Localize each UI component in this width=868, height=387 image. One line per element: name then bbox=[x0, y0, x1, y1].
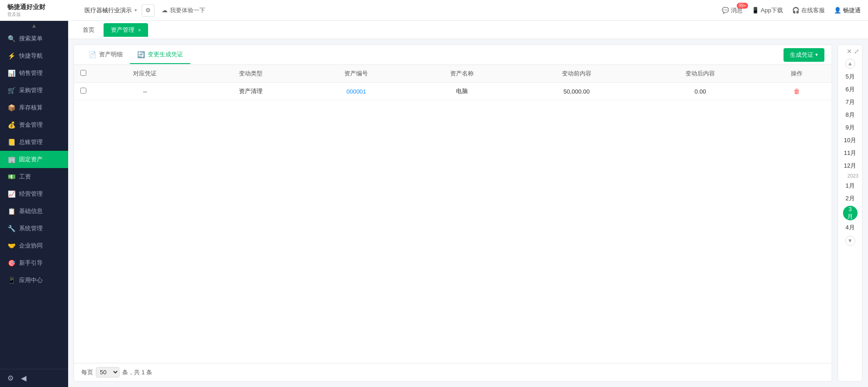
messages-item[interactable]: 💬 消息 99+ bbox=[722, 6, 743, 15]
user-avatar-icon: 👤 bbox=[834, 7, 841, 14]
sidebar-label-management: 经营管理 bbox=[19, 190, 43, 198]
sidebar-item-quicknav[interactable]: ⚡快捷导航 bbox=[0, 47, 68, 64]
phone-icon: 📱 bbox=[752, 7, 759, 14]
sidebar-items: 🔍搜索菜单⚡快捷导航📊销售管理🛒采购管理📦库存核算💰资金管理📒总账管理🏢固定资产… bbox=[0, 30, 68, 369]
content-area: 首页 资产管理 × 📄 资产明细 🔄 bbox=[68, 21, 868, 387]
calendar-month-2[interactable]: 2月 bbox=[838, 192, 862, 205]
sidebar-item-guide[interactable]: 🎯新手引导 bbox=[0, 254, 68, 272]
sidebar-icon-quicknav: ⚡ bbox=[7, 52, 15, 60]
sidebar-item-appstore[interactable]: 📱应用中心 bbox=[0, 272, 68, 289]
table-row: -- 资产清理 000001 电脑 50,000.00 0.00 🗑 bbox=[74, 83, 832, 100]
generate-voucher-button[interactable]: 生成凭证 ▾ bbox=[784, 48, 824, 62]
sidebar-item-basic[interactable]: 📋基础信息 bbox=[0, 203, 68, 220]
calendar-month-11[interactable]: 11月 bbox=[838, 147, 862, 159]
sidebar-item-system[interactable]: 🔧系统管理 bbox=[0, 220, 68, 237]
detail-icon: 📄 bbox=[89, 51, 96, 58]
sidebar-item-ledger[interactable]: 📒总账管理 bbox=[0, 134, 68, 151]
sidebar-item-management[interactable]: 📈经营管理 bbox=[0, 185, 68, 203]
sidebar-icon-fixed: 🏢 bbox=[7, 156, 15, 163]
calendar-month-8[interactable]: 8月 bbox=[838, 109, 862, 121]
row-checkbox[interactable] bbox=[80, 88, 86, 94]
sub-tab-detail[interactable]: 📄 资产明细 bbox=[81, 46, 130, 64]
sidebar-item-search[interactable]: 🔍搜索菜单 bbox=[0, 30, 68, 47]
sidebar-settings-icon[interactable]: ⚙ bbox=[7, 374, 14, 382]
row-asset-code[interactable]: 000001 bbox=[303, 83, 409, 100]
sidebar-label-quicknav: 快捷导航 bbox=[19, 52, 43, 60]
top-header: 畅捷通好业财 普及版 医疗器械行业演示 ▾ ⚙ ☁ 我要体验一下 💬 消息 99… bbox=[0, 0, 868, 21]
sidebar-label-appstore: 应用中心 bbox=[19, 276, 43, 284]
select-all-checkbox[interactable] bbox=[80, 70, 86, 76]
calendar-month-12[interactable]: 12月 bbox=[838, 159, 862, 172]
sub-tab-detail-label: 资产明细 bbox=[99, 50, 123, 59]
generate-chevron-icon: ▾ bbox=[815, 52, 818, 58]
company-name: 医疗器械行业演示 bbox=[84, 6, 132, 15]
cloud-icon: ☁ bbox=[162, 7, 168, 14]
sub-tab-change-voucher-label: 变更生成凭证 bbox=[148, 50, 183, 59]
table-head: 对应凭证 变动类型 资产编号 资产名称 变动前内容 变动后内容 操作 bbox=[74, 65, 832, 83]
sidebar-icon-purchase: 🛒 bbox=[7, 87, 15, 94]
messages-badge: 99+ bbox=[737, 3, 748, 9]
customer-service-item[interactable]: 🎧 在线客服 bbox=[792, 6, 825, 15]
app-download-item[interactable]: 📱 App下载 bbox=[752, 6, 783, 15]
sidebar-label-collab: 企业协同 bbox=[19, 242, 43, 250]
customer-service-label: 在线客服 bbox=[801, 6, 825, 15]
sidebar-scroll-up[interactable]: ▲ bbox=[0, 21, 68, 30]
sidebar: ▲ 🔍搜索菜单⚡快捷导航📊销售管理🛒采购管理📦库存核算💰资金管理📒总账管理🏢固定… bbox=[0, 21, 68, 387]
feedback-button[interactable]: ☁ 我要体验一下 bbox=[162, 6, 205, 15]
delete-row-button[interactable]: 🗑 bbox=[794, 88, 800, 95]
calendar-scroll-up[interactable]: ▲ bbox=[845, 59, 855, 69]
right-panel: ✕ ⤢ ▲ 5月 6月 7月 8月 9月 10月 11月 12月 2023 1月… bbox=[838, 45, 863, 382]
sidebar-item-finance[interactable]: 💰资金管理 bbox=[0, 116, 68, 134]
calendar-month-4[interactable]: 4月 bbox=[838, 221, 862, 234]
panel-expand-icon[interactable]: ⤢ bbox=[854, 48, 859, 55]
generate-voucher-label: 生成凭证 bbox=[790, 51, 813, 59]
row-asset-name: 电脑 bbox=[409, 83, 515, 100]
calendar-month-7[interactable]: 7月 bbox=[838, 96, 862, 109]
sidebar-icon-sales: 📊 bbox=[7, 69, 15, 77]
tab-home[interactable]: 首页 bbox=[75, 23, 102, 37]
row-before-change: 50,000.00 bbox=[515, 83, 638, 100]
th-asset-name: 资产名称 bbox=[409, 65, 515, 83]
tab-assets-close[interactable]: × bbox=[138, 27, 141, 33]
calendar-month-3-active[interactable]: 3月 bbox=[843, 206, 858, 220]
sidebar-icon-guide: 🎯 bbox=[7, 259, 15, 267]
company-selector[interactable]: 医疗器械行业演示 ▾ bbox=[84, 6, 137, 15]
calendar-month-10[interactable]: 10月 bbox=[838, 134, 862, 147]
sidebar-item-purchase[interactable]: 🛒采购管理 bbox=[0, 82, 68, 99]
row-voucher: -- bbox=[92, 83, 198, 100]
user-item[interactable]: 👤 畅捷通 bbox=[834, 6, 861, 15]
sidebar-item-inventory[interactable]: 📦库存核算 bbox=[0, 99, 68, 116]
per-page-label: 每页 bbox=[81, 368, 93, 377]
panel-close-icon[interactable]: ✕ bbox=[847, 48, 852, 55]
sidebar-label-payroll: 工资 bbox=[19, 173, 31, 181]
sidebar-label-system: 系统管理 bbox=[19, 224, 43, 233]
calendar-month-1[interactable]: 1月 bbox=[838, 179, 862, 192]
sidebar-item-payroll[interactable]: 💵工资 bbox=[0, 168, 68, 185]
calendar-month-6[interactable]: 6月 bbox=[838, 83, 862, 96]
tab-assets-label: 资产管理 bbox=[111, 26, 134, 33]
user-name: 畅捷通 bbox=[843, 6, 861, 15]
sidebar-icon-appstore: 📱 bbox=[7, 277, 15, 284]
sidebar-label-basic: 基础信息 bbox=[19, 207, 43, 215]
header-right: 💬 消息 99+ 📱 App下载 🎧 在线客服 👤 畅捷通 bbox=[722, 6, 861, 15]
row-change-type: 资产清理 bbox=[198, 83, 304, 100]
sub-tab-change-voucher[interactable]: 🔄 变更生成凭证 bbox=[130, 46, 190, 64]
calendar-month-5[interactable]: 5月 bbox=[838, 70, 862, 83]
settings-button[interactable]: ⚙ bbox=[142, 4, 154, 17]
sidebar-item-sales[interactable]: 📊销售管理 bbox=[0, 64, 68, 82]
sidebar-label-inventory: 库存核算 bbox=[19, 104, 43, 112]
sidebar-collapse-icon[interactable]: ◀ bbox=[21, 374, 26, 382]
calendar-scroll-down[interactable]: ▼ bbox=[845, 236, 855, 246]
sidebar-item-collab[interactable]: 🤝企业协同 bbox=[0, 237, 68, 254]
message-icon: 💬 bbox=[722, 7, 729, 14]
calendar-month-9[interactable]: 9月 bbox=[838, 121, 862, 134]
sidebar-item-fixed[interactable]: 🏢固定资产 bbox=[0, 151, 68, 168]
sub-tab-bar: 📄 资产明细 🔄 变更生成凭证 生成凭证 ▾ bbox=[74, 45, 832, 65]
sidebar-icon-system: 🔧 bbox=[7, 225, 15, 232]
table-body: -- 资产清理 000001 电脑 50,000.00 0.00 🗑 bbox=[74, 83, 832, 100]
row-operation: 🗑 bbox=[762, 83, 832, 100]
tab-assets[interactable]: 资产管理 × bbox=[104, 23, 148, 37]
per-page-select[interactable]: 10 20 50 100 bbox=[96, 367, 119, 377]
company-chevron-icon: ▾ bbox=[134, 7, 137, 13]
right-panel-header: ✕ ⤢ bbox=[838, 45, 862, 55]
